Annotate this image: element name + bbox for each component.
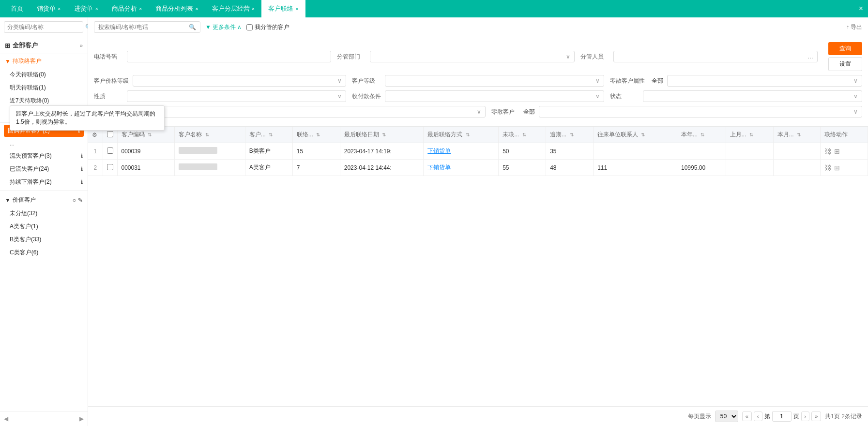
nav-purchase[interactable]: 进货单 × <box>67 0 105 17</box>
branch-person-select[interactable]: … <box>613 51 818 62</box>
filter-search-icon[interactable]: 🔍 <box>189 24 196 30</box>
nav-sales-close[interactable]: × <box>58 6 61 12</box>
row2-this-year: 10995.00 <box>677 160 726 176</box>
my-customers-checkbox[interactable]: 我分管的客户 <box>246 23 289 31</box>
row1-name <box>175 143 245 160</box>
customer-level-select[interactable]: ∨ <box>385 75 604 87</box>
price-level-select[interactable]: ∨ <box>133 75 346 87</box>
nav-product-analysis-close[interactable]: × <box>139 6 142 12</box>
filter-more-conditions[interactable]: ▼ 更多条件 ∧ <box>205 23 242 31</box>
code-sort-icon[interactable]: ⇅ <box>148 132 152 137</box>
customer-table: ⚙ 客户编码 ⇅ 客户名称 ⇅ 客户... <box>88 127 868 176</box>
filter-search-input[interactable] <box>98 24 187 30</box>
sidebar-tomorrow-pending[interactable]: 明天待联络(1) <box>0 81 88 94</box>
branch-person-dots[interactable]: … <box>807 53 813 60</box>
row1-num: 1 <box>88 143 103 160</box>
sidebar-value-section[interactable]: ▼ 价值客户 ○ ✎ <box>0 193 88 207</box>
export-icon: ↑ <box>846 24 849 30</box>
per-page-select[interactable]: 50 <box>715 411 738 422</box>
pagination-bar: 每页显示 50 « ‹ 第 页 › » 共1页 2条记录 <box>88 406 868 426</box>
retail-attr-select[interactable]: ∨ <box>667 75 862 87</box>
sidebar-class-c[interactable]: C类客户(6) <box>0 246 88 259</box>
edit-icon[interactable]: ✎ <box>78 197 83 204</box>
row1-last-method-link[interactable]: 下销货单 <box>427 147 451 154</box>
sidebar-collapse-button[interactable]: » <box>80 43 83 48</box>
contact-sort-icon[interactable]: ⇅ <box>316 132 320 137</box>
row1-grid-icon[interactable]: ⊞ <box>834 147 840 155</box>
nav-customer-tier-close[interactable]: × <box>252 6 255 12</box>
name-sort-icon[interactable]: ⇅ <box>205 132 209 137</box>
nav-sales[interactable]: 销货单 × <box>30 0 67 17</box>
row1-contact: 15 <box>292 143 340 160</box>
query-button[interactable]: 查询 <box>828 42 862 55</box>
sidebar-continuous-down[interactable]: 持续下滑客户(2) ℹ <box>0 176 88 189</box>
nav-customer-contact[interactable]: 客户联络 × <box>261 0 305 17</box>
tooltip-text: 距客户上次交易时长，超过了此客户的平均交易周期的1.5倍，则视为异常。 <box>16 110 155 125</box>
sidebar-search-input[interactable] <box>4 21 83 33</box>
sidebar-today-pending[interactable]: 今天待联络(0) <box>0 68 88 81</box>
nav-product-list-close[interactable]: × <box>195 6 198 12</box>
nav-product-list[interactable]: 商品分析列表 × <box>149 0 205 17</box>
status-select[interactable]: ∨ <box>643 90 862 102</box>
th-contact-label: 联络... <box>297 131 313 138</box>
no-contact-sort-icon[interactable]: ⇅ <box>522 132 526 137</box>
filter-row-4: ... 客户类型 ∨ 零散客户 全部 ∨ <box>94 106 862 118</box>
row1-checkbox[interactable] <box>107 147 113 154</box>
settings-button[interactable]: 设置 <box>828 57 862 71</box>
my-customers-check[interactable] <box>246 24 253 30</box>
category-sort-icon[interactable]: ⇅ <box>269 132 273 137</box>
row2-code: 000031 <box>117 160 175 176</box>
branch-dept-select[interactable]: ∨ <box>370 51 574 62</box>
last-date-sort-icon[interactable]: ⇅ <box>382 132 386 137</box>
nav-product-analysis[interactable]: 商品分析 × <box>105 0 149 17</box>
left-arrow-icon[interactable]: ◀ <box>4 415 8 422</box>
row2-grid-icon[interactable]: ⊞ <box>834 164 840 172</box>
contact-person-sort-icon[interactable]: ⇅ <box>641 132 645 137</box>
sidebar-pending-section[interactable]: ▼ 待联络客户 <box>0 54 88 68</box>
this-year-sort-icon[interactable]: ⇅ <box>700 132 704 137</box>
page-input[interactable] <box>772 411 792 422</box>
sidebar-class-a[interactable]: A类客户(1) <box>0 220 88 233</box>
right-arrow-icon[interactable]: ▶ <box>79 415 84 422</box>
prev-page-button[interactable]: ‹ <box>754 411 762 421</box>
overdue-sort-icon[interactable]: ⇅ <box>570 132 574 137</box>
all-customers-label[interactable]: 全部客户 <box>13 41 38 50</box>
row2-contact: 7 <box>292 160 340 176</box>
grid-icon: ⊞ <box>5 42 10 49</box>
nav-customer-contact-close[interactable]: × <box>295 6 298 12</box>
row2-last-method[interactable]: 下销货单 <box>424 160 499 176</box>
sidebar-ungrouped[interactable]: 未分组(32) <box>0 207 88 220</box>
last-page-button[interactable]: » <box>811 411 821 421</box>
payment-select[interactable]: ∨ <box>385 90 604 102</box>
phone-input[interactable] <box>127 51 331 62</box>
first-page-button[interactable]: « <box>742 411 752 421</box>
sidebar-lost-preview[interactable]: 流失预警客户(3) ℹ <box>0 149 88 162</box>
row1-link-icon[interactable]: ⛓ <box>824 147 831 155</box>
continuous-down-info-icon: ℹ <box>81 179 83 185</box>
row2-last-method-link[interactable]: 下销货单 <box>427 164 451 171</box>
sidebar-already-lost[interactable]: 已流失客户(24) ℹ <box>0 162 88 176</box>
th-last-date-label: 最后联络日期 <box>344 131 379 138</box>
window-close-button[interactable]: × <box>859 4 863 13</box>
sidebar-more-dots[interactable]: ... <box>0 138 88 149</box>
settings-icon[interactable]: ⚙ <box>92 132 97 138</box>
select-all-checkbox[interactable] <box>107 131 113 137</box>
th-contact-person-label: 往来单位联系人 <box>597 131 638 138</box>
export-button[interactable]: ↑ 导出 <box>846 23 862 31</box>
last-method-sort-icon[interactable]: ⇅ <box>466 132 470 137</box>
last-month-sort-icon[interactable]: ⇅ <box>749 132 753 137</box>
nav-purchase-close[interactable]: × <box>95 6 98 12</box>
row1-last-method[interactable]: 下销货单 <box>424 143 499 160</box>
retail-customer-select[interactable]: ∨ <box>539 106 862 118</box>
next-page-button[interactable]: › <box>801 411 810 421</box>
nav-customer-tier[interactable]: 客户分层经营 × <box>205 0 261 17</box>
customer-type-select[interactable]: ∨ <box>148 106 486 118</box>
row1-category: B类客户 <box>245 143 292 160</box>
sidebar-class-b[interactable]: B类客户(33) <box>0 233 88 246</box>
row2-checkbox[interactable] <box>107 164 113 170</box>
gender-select[interactable]: ∨ <box>127 90 346 102</box>
this-month-sort-icon[interactable]: ⇅ <box>797 132 801 137</box>
more-conditions-arrow: ∧ <box>237 24 242 30</box>
row2-link-icon[interactable]: ⛓ <box>824 164 831 172</box>
nav-home[interactable]: 首页 <box>4 0 30 17</box>
